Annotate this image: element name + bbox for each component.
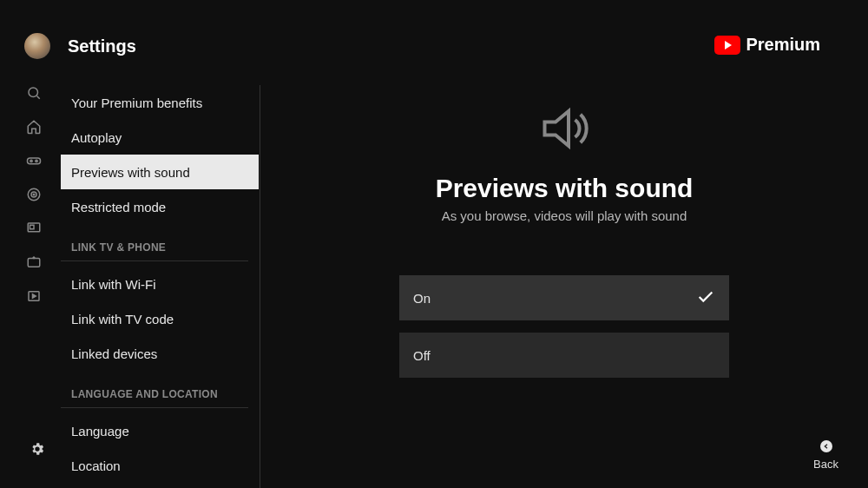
sidebar-item-label: Language xyxy=(71,424,129,439)
sidebar-item-label: Your Premium benefits xyxy=(71,96,202,110)
premium-badge: Premium xyxy=(714,35,820,55)
sidebar-item-premium-benefits[interactable]: Your Premium benefits xyxy=(61,85,248,120)
section-header-link-tv-phone: LINK TV & PHONE xyxy=(61,229,248,261)
sidebar-item-label: Link with Wi-Fi xyxy=(71,277,156,292)
sidebar-item-linked-devices[interactable]: Linked devices xyxy=(61,336,248,371)
setting-subtitle: As you browse, videos will play with sou… xyxy=(442,208,687,223)
svg-marker-15 xyxy=(545,111,569,146)
sidebar-item-link-tv-code[interactable]: Link with TV code xyxy=(61,301,248,336)
sidebar-item-label: Autoplay xyxy=(71,130,122,145)
setting-title: Previews with sound xyxy=(436,174,694,203)
option-on[interactable]: On xyxy=(399,275,729,320)
youtube-logo-icon xyxy=(714,36,740,55)
back-label: Back xyxy=(813,458,838,471)
sidebar-item-link-wifi[interactable]: Link with Wi-Fi xyxy=(61,267,248,301)
sidebar-item-label: Previews with sound xyxy=(71,165,190,180)
avatar[interactable] xyxy=(24,33,50,59)
back-arrow-icon xyxy=(820,440,832,452)
gear-icon[interactable] xyxy=(30,441,45,460)
option-off[interactable]: Off xyxy=(399,333,729,378)
back-button[interactable]: Back xyxy=(813,440,838,471)
check-icon xyxy=(696,287,715,309)
sidebar-item-label: Linked devices xyxy=(71,346,157,361)
sidebar-item-label: Link with TV code xyxy=(71,312,174,326)
section-header-language-location: LANGUAGE AND LOCATION xyxy=(61,376,248,408)
sidebar-item-label: Restricted mode xyxy=(71,200,166,214)
sidebar-item-location[interactable]: Location xyxy=(61,448,248,483)
sidebar-item-previews-with-sound[interactable]: Previews with sound xyxy=(61,155,259,189)
speaker-icon xyxy=(536,102,593,158)
sidebar-item-autoplay[interactable]: Autoplay xyxy=(61,120,248,155)
sidebar-item-language[interactable]: Language xyxy=(61,413,248,448)
option-label: Off xyxy=(413,348,431,363)
sidebar-item-restricted-mode[interactable]: Restricted mode xyxy=(61,189,248,224)
option-label: On xyxy=(413,291,431,306)
premium-label: Premium xyxy=(746,35,820,55)
page-title: Settings xyxy=(68,36,136,56)
sidebar-item-label: Location xyxy=(71,458,121,473)
